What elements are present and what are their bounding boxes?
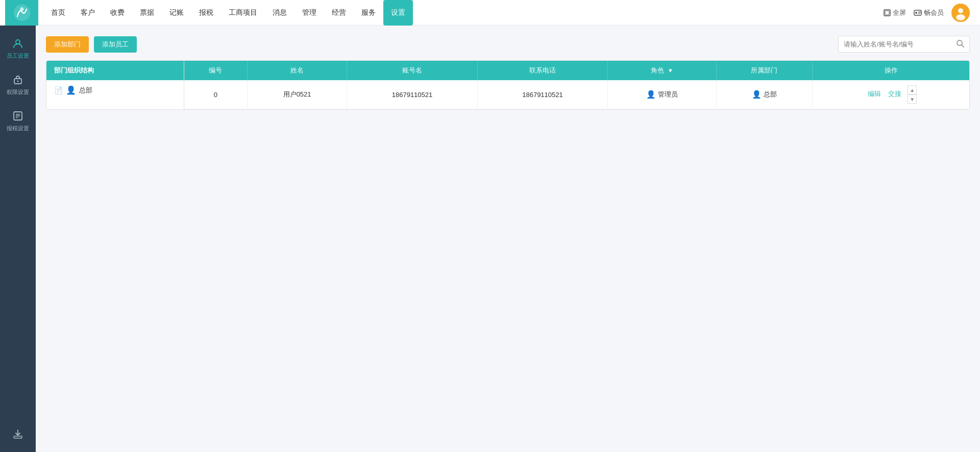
- nav-business[interactable]: 工商项目: [221, 0, 265, 26]
- sidebar-item-employee[interactable]: 员工设置: [0, 31, 36, 67]
- col-header-dept: 所属部门: [716, 61, 812, 80]
- sidebar-item-tax[interactable]: 报税设置: [0, 103, 36, 139]
- cell-actions: 编辑 交接 ▲ ▼: [813, 80, 969, 109]
- tree-item-label: 总部: [79, 86, 92, 95]
- nav-right-area: 全屏 畅会员: [884, 4, 970, 22]
- add-dept-button[interactable]: 添加部门: [46, 36, 89, 53]
- svg-point-14: [17, 81, 19, 82]
- sidebar-bottom: [0, 421, 36, 447]
- file-icon: 📄: [54, 86, 63, 94]
- tree-item-general[interactable]: 📄 👤 总部: [46, 80, 184, 100]
- transfer-link[interactable]: 交接: [888, 90, 901, 98]
- svg-point-10: [958, 8, 963, 13]
- main-content: 添加部门 添加员工 部门组织结构 📄 👤 总部: [36, 26, 980, 452]
- nav-tax[interactable]: 报税: [191, 0, 221, 26]
- cell-id: 0: [184, 80, 247, 109]
- sidebar-permission-label: 权限设置: [7, 88, 29, 96]
- user-avatar[interactable]: [951, 4, 970, 22]
- col-header-name: 姓名: [247, 61, 347, 80]
- svg-rect-19: [14, 436, 22, 438]
- nav-bookkeeping[interactable]: 记账: [162, 0, 191, 26]
- app-logo: [5, 0, 38, 26]
- row-scroll-controls: ▲ ▼: [908, 85, 917, 104]
- tree-panel: 部门组织结构 📄 👤 总部: [46, 61, 184, 109]
- nav-operation[interactable]: 经营: [324, 0, 354, 26]
- role-user-icon: 👤: [646, 90, 656, 99]
- sidebar-employee-label: 员工设置: [7, 52, 29, 60]
- row-scroll-up[interactable]: ▲: [908, 85, 917, 94]
- nav-manage[interactable]: 管理: [295, 0, 324, 26]
- dept-value: 总部: [764, 90, 777, 99]
- nav-home[interactable]: 首页: [43, 0, 73, 26]
- nav-service[interactable]: 服务: [354, 0, 383, 26]
- row-scroll-down[interactable]: ▼: [908, 94, 917, 104]
- table-panel: 编号 姓名 账号名 联系电话 角色 ▼ 所属部门 操作: [184, 61, 969, 109]
- svg-point-12: [16, 40, 20, 44]
- top-nav: 首页 客户 收费 票据 记账 报税 工商项目 消息 管理 经营 服务 设置 全屏: [0, 0, 980, 26]
- cell-name: 用户0521: [247, 80, 347, 109]
- svg-point-1: [20, 7, 23, 11]
- nav-settings[interactable]: 设置: [383, 0, 413, 26]
- toolbar: 添加部门 添加员工: [46, 36, 970, 53]
- nav-message[interactable]: 消息: [265, 0, 295, 26]
- sidebar-item-permission[interactable]: 权限设置: [0, 67, 36, 103]
- sidebar-download[interactable]: [0, 421, 36, 447]
- nav-fee[interactable]: 收费: [103, 0, 132, 26]
- app-layout: 员工设置 权限设置 报税设置: [0, 26, 980, 452]
- svg-rect-3: [885, 11, 889, 15]
- col-header-role[interactable]: 角色 ▼: [608, 61, 717, 80]
- employee-table: 编号 姓名 账号名 联系电话 角色 ▼ 所属部门 操作: [184, 61, 969, 109]
- col-header-account: 账号名: [347, 61, 477, 80]
- cell-account: 18679110521: [347, 80, 477, 109]
- tree-header: 部门组织结构: [46, 61, 184, 80]
- dept-user-icon: 👤: [752, 90, 762, 99]
- user-group-icon: 👤: [66, 85, 76, 95]
- content-panel: 部门组织结构 📄 👤 总部 编号 姓名 账号名 联系电话: [46, 60, 970, 110]
- cell-dept: 👤 总部: [716, 80, 812, 109]
- member-button[interactable]: 畅会员: [914, 8, 944, 17]
- sidebar: 员工设置 权限设置 报税设置: [0, 26, 36, 452]
- search-box: [838, 36, 970, 53]
- fullscreen-label: 全屏: [893, 8, 906, 17]
- role-filter-icon[interactable]: ▼: [668, 67, 673, 74]
- nav-invoice[interactable]: 票据: [132, 0, 162, 26]
- svg-point-5: [915, 12, 917, 14]
- cell-role: 👤 管理员: [608, 80, 717, 109]
- table-row: 0 用户0521 18679110521 18679110521 👤 管理员: [184, 80, 969, 109]
- search-input[interactable]: [839, 37, 951, 51]
- add-employee-button[interactable]: 添加员工: [94, 36, 137, 53]
- sidebar-tax-label: 报税设置: [7, 125, 29, 132]
- member-label: 畅会员: [924, 8, 944, 17]
- svg-line-21: [962, 45, 964, 47]
- col-header-phone: 联系电话: [477, 61, 607, 80]
- edit-link[interactable]: 编辑: [868, 90, 881, 98]
- svg-point-11: [956, 14, 965, 20]
- nav-customer[interactable]: 客户: [73, 0, 103, 26]
- fullscreen-button[interactable]: 全屏: [884, 8, 906, 17]
- search-button[interactable]: [951, 36, 969, 52]
- col-header-id: 编号: [184, 61, 247, 80]
- role-value: 管理员: [658, 90, 678, 99]
- col-header-action: 操作: [813, 61, 969, 80]
- nav-menus: 首页 客户 收费 票据 记账 报税 工商项目 消息 管理 经营 服务 设置: [43, 0, 884, 26]
- cell-phone: 18679110521: [477, 80, 607, 109]
